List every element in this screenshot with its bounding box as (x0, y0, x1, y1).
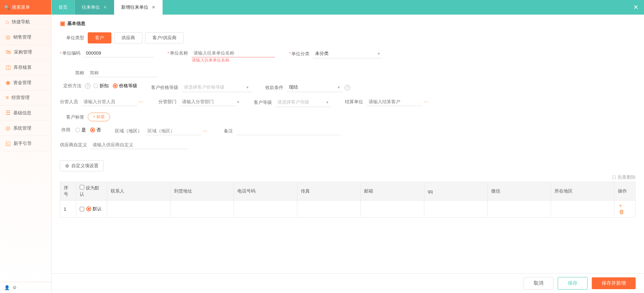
row-email (361, 201, 424, 218)
delete-row-button[interactable]: 🗑 (619, 209, 625, 215)
unit-name-field-col: * 单位名称 请输入往来单位名称 (167, 49, 275, 63)
tab-home[interactable]: 首页 (52, 0, 75, 15)
unit-type-supplier[interactable]: 供应商 (114, 32, 142, 43)
tab-partner-list[interactable]: 往来单位✕ (75, 0, 114, 15)
su-more-btn[interactable]: ··· (422, 99, 430, 105)
cpl-label: 客户价格等级 (151, 84, 182, 91)
sidebar-item-inventory[interactable]: ◫库存核算 (0, 60, 51, 75)
row-default: 默认 (76, 201, 107, 218)
sidebar-search[interactable]: 🔍 搜索菜单 (0, 0, 51, 15)
tab-close-partner-list[interactable]: ✕ (103, 5, 107, 10)
region-table-input[interactable] (555, 206, 611, 212)
sidebar-item-finance[interactable]: ◉资金管理 (0, 75, 51, 90)
sidebar-item-basics[interactable]: ☰基础信息 (0, 105, 51, 121)
save-and-new-button[interactable]: 保存并新增 (592, 277, 636, 289)
basics-icon: ☰ (6, 109, 10, 116)
region-input[interactable] (146, 127, 201, 135)
sidebar-item-operations[interactable]: ≡经营管理 (0, 90, 51, 105)
radio-price-level[interactable]: 价格等级 (113, 83, 137, 89)
radio-yes[interactable]: 是 (75, 127, 86, 133)
sidebar-item-quick-nav[interactable]: ⌂快捷导航 (0, 15, 51, 30)
unit-code-input[interactable] (84, 49, 154, 57)
pricing-help-icon[interactable]: ? (85, 83, 91, 89)
sidebar-item-guide[interactable]: ◱新手引导 (0, 136, 51, 151)
page-content: ▣ 基本信息 单位类型 客户供应商客户/供应商 * 单位编码 * 单位名称 (52, 15, 644, 273)
sidebar-item-purchase[interactable]: 🛍采购管理 (0, 45, 51, 60)
manager-more-btn[interactable]: ··· (137, 99, 144, 105)
payment-terms-select[interactable]: 现结 ▼ (287, 83, 343, 92)
unit-name-error: 请输入往来单位名称 (192, 58, 229, 63)
required-star: * (60, 51, 62, 56)
email-input[interactable] (364, 206, 420, 212)
abbr-input[interactable] (88, 69, 157, 77)
add-tag-button[interactable]: + 标签 (88, 113, 110, 121)
unit-name-input[interactable] (191, 49, 275, 57)
tab-new-partner[interactable]: 新增往来单位✕ (114, 0, 163, 15)
row-qq (424, 201, 487, 218)
select-all-checkbox[interactable] (80, 185, 84, 189)
manager-field: 分管人员 ··· (60, 98, 144, 106)
qq-input[interactable] (428, 206, 484, 212)
sidebar-bottom: 👤 ⚙ (0, 282, 51, 293)
unit-name-field: * 单位名称 (167, 49, 275, 57)
add-row-button[interactable]: + (619, 203, 622, 209)
col-header-5: 传真 (297, 182, 361, 201)
tag-row: 客户标签 + 标签 (60, 113, 636, 121)
table-row: 1 默认 (60, 201, 636, 218)
manager-label: 分管人员 (60, 99, 81, 105)
radio-discount[interactable]: 折扣 (93, 83, 109, 89)
sidebar-item-label: 系统管理 (13, 125, 31, 131)
batch-delete-button[interactable]: ☐ 批量删除 (60, 174, 636, 180)
col-header-3: 到货地址 (171, 182, 234, 201)
row-checkbox[interactable] (80, 207, 84, 211)
tab-label-home: 首页 (58, 4, 68, 10)
phone-input[interactable] (237, 206, 293, 212)
required-star3: * (289, 51, 291, 56)
wechat-input[interactable] (491, 206, 547, 212)
region-more-btn[interactable]: ··· (201, 128, 209, 134)
disabled-row: 停用 是 否 区域（地区） ··· (60, 127, 636, 135)
customer-level-select[interactable]: 请选择客户等级 ▼ (275, 98, 331, 107)
manager-row: 分管人员 ··· 分管部门 ▼ 客户等级 请选择客户等级 ▼ (60, 98, 636, 107)
remark-input[interactable] (236, 127, 341, 135)
radio-no[interactable]: 否 (90, 127, 101, 133)
settlement-unit-input[interactable] (367, 98, 422, 106)
contact-input[interactable] (111, 206, 167, 212)
table-body: 1 默认 (60, 201, 636, 218)
abbr-label: 简称 (60, 70, 88, 76)
custom-settings-label: 自定义项设置 (71, 163, 99, 169)
save-button[interactable]: 保存 (558, 277, 588, 290)
supplier-custom-input[interactable] (91, 141, 188, 149)
form-area: 单位类型 客户供应商客户/供应商 * 单位编码 * 单位名称 (52, 30, 644, 157)
address-input[interactable] (174, 206, 230, 212)
close-window-button[interactable]: ✕ (628, 3, 644, 11)
unit-category-select[interactable]: 未分类 ▼ (313, 49, 383, 58)
unit-category-value: 未分类 (315, 50, 377, 57)
department-input[interactable] (180, 98, 236, 106)
sidebar-item-system[interactable]: ◎系统管理 (0, 121, 51, 136)
col-header-6: 邮箱 (361, 182, 424, 201)
row-fax (297, 201, 361, 218)
pricing-label: 定价方法 (60, 83, 85, 89)
default-radio-circle (86, 206, 91, 211)
customer-price-level-select[interactable]: 请选择客户价格等级 ▼ (182, 83, 251, 92)
sidebar-search-label: 搜索菜单 (12, 4, 30, 10)
default-radio[interactable]: 默认 (86, 206, 102, 212)
pt-help-icon[interactable]: ? (345, 85, 350, 90)
abbr-row: 简称 (60, 69, 636, 77)
tab-close-new-partner[interactable]: ✕ (152, 5, 155, 10)
sidebar-item-sales[interactable]: ◎销售管理 (0, 30, 51, 45)
customer-level-field: 客户等级 请选择客户等级 ▼ (254, 98, 331, 107)
fax-input[interactable] (301, 206, 357, 212)
cancel-button[interactable]: 取消 (524, 277, 553, 290)
radio-circle-price-level (113, 83, 118, 88)
bottom-action-bar: 取消 保存 保存并新增 (52, 273, 644, 293)
cpl-placeholder: 请选择客户价格等级 (184, 84, 246, 90)
unit-type-customer[interactable]: 客户 (88, 32, 111, 43)
manager-input[interactable] (81, 98, 137, 106)
sidebar-item-label: 快捷导航 (12, 19, 30, 25)
finance-icon: ◉ (6, 79, 10, 86)
unit-type-both[interactable]: 客户/供应商 (145, 32, 184, 43)
col-header-0: 序号 (60, 182, 76, 201)
custom-settings-button[interactable]: ⚙ 自定义项设置 (60, 160, 104, 171)
